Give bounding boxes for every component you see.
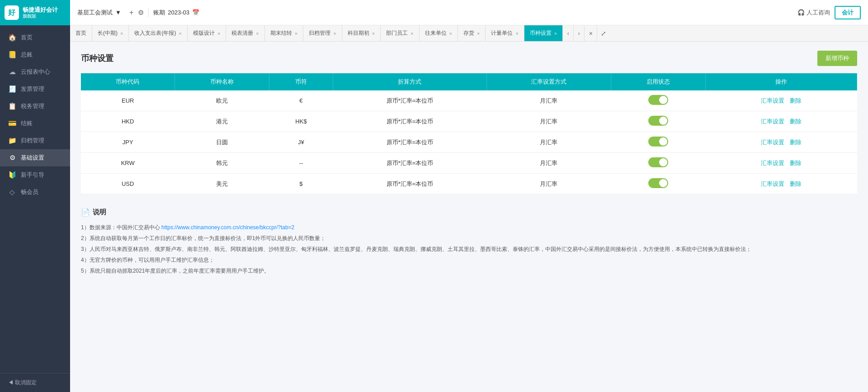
cell-2: € — [269, 90, 333, 111]
tab-taxbook[interactable]: 税表清册 × — [226, 25, 264, 42]
new-currency-button[interactable]: 新增币种 — [817, 51, 857, 66]
calendar-icon: 📅 — [192, 9, 199, 16]
col-symbol: 币符 — [269, 73, 333, 90]
tab-close-icon[interactable]: × — [256, 31, 259, 36]
cell-0: EUR — [81, 90, 175, 111]
table-row: EUR欧元€原币*汇率=本位币月汇率汇率设置删除 — [81, 90, 857, 111]
sidebar-item-guide[interactable]: 🔰 新手引导 — [0, 166, 70, 184]
note-item-3: 3）人民币对马来西亚林吉特、俄罗斯卢布、南非兰特、韩元、阿联酋迪拉姆、沙特里亚尔… — [81, 244, 857, 255]
tab-inventory[interactable]: 存货 × — [458, 25, 486, 42]
support-button[interactable]: 🎧 人工咨询 — [797, 9, 830, 17]
enable-toggle[interactable] — [648, 157, 668, 167]
project-selector[interactable]: 基层工会测试 ▼ — [77, 9, 121, 17]
enable-toggle[interactable] — [648, 137, 668, 146]
cell-2: -- — [269, 153, 333, 174]
rate-setting-link[interactable]: 汇率设置 — [761, 180, 784, 187]
sidebar-item-settings[interactable]: ⚙ 基础设置 — [0, 149, 70, 166]
tab-label: 收入支出表(年报) — [134, 29, 176, 37]
tab-close-icon[interactable]: × — [217, 31, 220, 36]
cell-4: 月汇率 — [486, 132, 611, 153]
notes-list: 1）数据来源：中国外汇交易中心 https://www.chinamoney.c… — [81, 222, 857, 276]
rate-setting-link[interactable]: 汇率设置 — [761, 139, 784, 146]
cell-1: 美元 — [175, 174, 269, 194]
sidebar-item-reports[interactable]: ☁ 云报表中心 — [0, 63, 70, 80]
tab-template[interactable]: 模版设计 × — [188, 25, 226, 42]
enable-toggle[interactable] — [648, 116, 668, 126]
page-title-bar: 币种设置 新增币种 — [81, 51, 857, 66]
tab-next-button[interactable]: › — [574, 25, 585, 42]
topbar-right: 🎧 人工咨询 会计 — [797, 6, 861, 19]
tab-close-icon[interactable]: × — [515, 31, 518, 36]
tab-customers[interactable]: 往来单位 × — [420, 25, 458, 42]
tab-period-close[interactable]: 期末结转 × — [265, 25, 303, 42]
delete-link[interactable]: 删除 — [790, 160, 802, 166]
delete-link[interactable]: 删除 — [790, 180, 802, 187]
cell-2: $ — [269, 174, 333, 194]
note-item-2: 2）系统自动获取每月第一个工作日的汇率标价，统一为直接标价法，即1外币可以兑换的… — [81, 233, 857, 244]
cell-2: HK$ — [269, 111, 333, 132]
sidebar-item-label: 发票管理 — [21, 85, 44, 93]
account-button[interactable]: 会计 — [835, 6, 861, 19]
cell-2: J¥ — [269, 132, 333, 153]
delete-link[interactable]: 删除 — [790, 118, 802, 125]
tab-close-icon[interactable]: × — [449, 31, 452, 36]
tab-currency[interactable]: 币种设置 × — [524, 25, 563, 42]
tab-close-icon[interactable]: × — [410, 31, 413, 36]
enable-toggle[interactable] — [648, 178, 668, 188]
tab-home[interactable]: 首页 — [70, 25, 92, 42]
sidebar-item-home[interactable]: 🏠 首页 — [0, 29, 70, 46]
tab-close-icon[interactable]: × — [333, 31, 336, 36]
rate-setting-link[interactable]: 汇率设置 — [761, 97, 784, 104]
tab-label: 税表清册 — [231, 29, 253, 37]
archive-icon: 📁 — [8, 137, 16, 145]
tab-close-icon[interactable]: × — [179, 31, 181, 36]
note-item-1: 1）数据来源：中国外汇交易中心 https://www.chinamoney.c… — [81, 222, 857, 233]
tab-archive-mgmt[interactable]: 归档管理 × — [303, 25, 342, 42]
cell-1: 欧元 — [175, 90, 269, 111]
tab-close-icon[interactable]: × — [295, 31, 297, 36]
sidebar-item-tax[interactable]: 📋 税务管理 — [0, 98, 70, 115]
tab-close-icon[interactable]: × — [372, 31, 375, 36]
tab-close-icon[interactable]: × — [120, 31, 123, 36]
table-row: HKD港元HK$原币*汇率=本位币月汇率汇率设置删除 — [81, 111, 857, 132]
sidebar-item-label: 税务管理 — [21, 102, 44, 110]
cell-4: 月汇率 — [486, 90, 611, 111]
tab-zhongqi[interactable]: 长(中期) × — [92, 25, 129, 42]
tab-label: 科目期初 — [348, 29, 369, 37]
sidebar-item-invoice[interactable]: 🧾 发票管理 — [0, 80, 70, 98]
sidebar-item-label: 云报表中心 — [21, 68, 50, 76]
delete-link[interactable]: 删除 — [790, 139, 802, 146]
sidebar-item-archive[interactable]: 📁 归档管理 — [0, 132, 70, 149]
tab-unit[interactable]: 计量单位 × — [486, 25, 524, 42]
tab-close-icon[interactable]: × — [554, 31, 557, 36]
cell-0: KRW — [81, 153, 175, 174]
notes-link[interactable]: https://www.chinamoney.com.cn/chinese/bk… — [161, 224, 294, 231]
tab-subject-initial[interactable]: 科目期初 × — [342, 25, 381, 42]
rate-setting-link[interactable]: 汇率设置 — [761, 160, 784, 166]
sidebar-pin-toggle[interactable]: ◀ 取消固定 — [0, 373, 70, 392]
tab-prev-button[interactable]: ‹ — [563, 25, 574, 42]
sidebar-item-checkout[interactable]: 💳 结账 — [0, 115, 70, 132]
enable-toggle[interactable] — [648, 95, 668, 105]
invoice-icon: 🧾 — [8, 85, 16, 93]
cell-4: 月汇率 — [486, 111, 611, 132]
cell-4: 月汇率 — [486, 153, 611, 174]
period-selector[interactable]: 账期 2023-03 📅 — [153, 9, 199, 17]
tab-dept-staff[interactable]: 部门员工 × — [381, 25, 419, 42]
rate-setting-link[interactable]: 汇率设置 — [761, 118, 784, 125]
add-icon[interactable]: + — [129, 9, 133, 17]
tab-close-icon[interactable]: × — [477, 31, 480, 36]
topbar-divider — [148, 8, 149, 17]
sidebar-item-member[interactable]: ◇ 畅会员 — [0, 184, 70, 201]
tab-expand-button[interactable]: ⤢ — [597, 25, 610, 42]
cell-0: JPY — [81, 132, 175, 153]
app-edition: 旗舰版 — [23, 14, 58, 19]
delete-link[interactable]: 删除 — [790, 97, 802, 104]
tab-annual[interactable]: 收入支出表(年报) × — [129, 25, 187, 42]
tab-label: 部门员工 — [386, 29, 408, 37]
settings-gear-icon[interactable]: ⚙ — [138, 9, 144, 17]
tab-close-all-button[interactable]: × — [585, 25, 597, 42]
logo-icon: 好 — [5, 5, 19, 20]
topbar: 基层工会测试 ▼ + ⚙ 账期 2023-03 📅 🎧 人工咨询 会计 — [70, 0, 868, 25]
sidebar-item-ledger[interactable]: 📒 总账 — [0, 46, 70, 63]
